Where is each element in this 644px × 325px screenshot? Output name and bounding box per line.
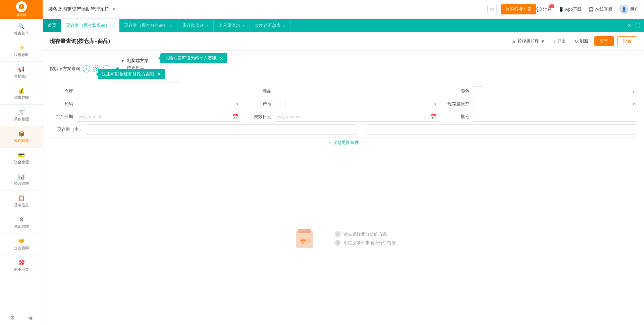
industry-button[interactable]: 体验行业方案 (501, 4, 536, 14)
page-header: 现存量查询(按仓库+商品) 🖨 按模板打印 ▼ ↑ 导出 ↻ 刷新 查询 设置 (43, 32, 644, 51)
popover-create-scheme: 这里可以创建和修改方案哦 ✕ (98, 69, 165, 79)
tab-label: 首页 (48, 22, 56, 29)
popover-text: 电脑方案可设为移动方案哦 (164, 55, 217, 61)
gear-button[interactable]: ⚙ (487, 5, 497, 14)
tab-summary[interactable]: 收发存汇总表 ✕ (250, 19, 290, 32)
warehouse-dots[interactable]: ··· (76, 89, 241, 94)
stock-status-label: 现存量状态 (446, 101, 469, 107)
empty-step-2-label: 用过滤条件来缩小分析范围 (343, 240, 396, 246)
warehouse-label: 仓库 (50, 88, 73, 94)
color-select[interactable] (472, 86, 483, 96)
user-label: 用户 (630, 6, 639, 12)
stock-range: — (86, 124, 637, 134)
stock-range-max[interactable] (367, 124, 638, 134)
sidebar-item-enterprise[interactable]: 🤝 企业协同 (0, 233, 43, 255)
stock-status-field: 现存量状态 ▼ (446, 99, 637, 109)
refresh-button[interactable]: ↻ 刷新 (572, 37, 591, 46)
sidebar-item-guide[interactable]: 🎯 新手引导 (0, 255, 43, 276)
prod-date-input[interactable]: yyyy-mm-dd 📅 (76, 112, 241, 122)
svg-rect-5 (298, 229, 311, 233)
tab-close-icon[interactable]: ✕ (242, 24, 245, 28)
sidebar-item-operations[interactable]: 📊 经营管理 (0, 169, 43, 191)
tab-home[interactable]: 首页 (43, 19, 61, 32)
collapse-icon[interactable]: ◀ (26, 314, 34, 322)
batch-field: 批号 (446, 112, 637, 122)
popover-arrow-2 (96, 72, 98, 76)
tab-close-icon[interactable]: ✕ (206, 24, 209, 28)
search-icon: 🔍 (18, 23, 25, 30)
sidebar-item-inventory[interactable]: 📦 库存核算 (0, 126, 43, 148)
sidebar-item-purchase[interactable]: 🛒 采购管理 (0, 105, 43, 126)
size-select[interactable] (76, 99, 87, 109)
chart-icon: 📊 (18, 173, 25, 180)
empty-text-area: 1 请先选择要分析的方案 2 用过滤条件来缩小分析范围 (335, 231, 396, 246)
origin-label: 产地 (248, 101, 271, 107)
sidebar-item-nav[interactable]: ⚡ 快捷导航 (0, 40, 43, 62)
calendar-icon-expire: 📅 (430, 114, 436, 119)
tab-inventory-status[interactable]: 现存量（库存状况表） ✕ (61, 19, 119, 32)
stock-status-select-wrapper: ▼ (472, 99, 637, 109)
message-item[interactable]: 💬 消息 6 (536, 6, 552, 12)
sidebar-logo: 6 标准版 (0, 0, 43, 19)
tab-label: 收发存汇总表 (255, 22, 281, 29)
tab-right-buttons: ✕ ⛶ (626, 21, 644, 30)
sidebar-item-marketing[interactable]: 📢 营销推广 (0, 62, 43, 83)
close-all-tabs-icon[interactable]: ✕ (626, 21, 633, 30)
online-service-item[interactable]: 🎧 在线客服 (588, 6, 612, 12)
range-sep: — (358, 127, 365, 132)
popover-close-1[interactable]: ✕ (219, 56, 223, 61)
popover-close-2[interactable]: ✕ (157, 71, 161, 77)
size-select-wrapper: ▼ (76, 99, 241, 109)
handshake-icon: 🤝 (18, 237, 25, 244)
sidebar-item-system[interactable]: ⚙ 系统管理 (0, 212, 43, 233)
size-field: 尺码 ▼ (50, 99, 241, 109)
tab-in-out-flow[interactable]: 出入库流水 ✕ (214, 19, 250, 32)
tab-close-icon[interactable]: ✕ (283, 24, 285, 28)
print-button[interactable]: 🖨 按模板打印 ▼ (509, 37, 548, 46)
sidebar-item-finance[interactable]: 💳 资金管理 (0, 148, 43, 169)
app-download-item[interactable]: 📱 App下载 (558, 6, 582, 12)
add-scheme-button[interactable]: + (83, 65, 90, 72)
stock-range-min[interactable] (86, 124, 357, 134)
set-button[interactable]: 设置 (617, 36, 637, 46)
tab-close-icon[interactable]: ✕ (112, 24, 114, 28)
product-field: 商品 ··· (248, 86, 439, 96)
color-dropdown-arrow: ▼ (632, 90, 635, 93)
pc-section-label: 电脑端方案 (127, 58, 149, 64)
user-item[interactable]: 👤 用户 (619, 5, 639, 14)
sidebar-item-basic[interactable]: 📋 基础信息 (0, 191, 43, 212)
stock-status-select[interactable] (472, 99, 483, 109)
origin-field: 产地 ▼ (248, 99, 439, 109)
settings-bottom-icon[interactable]: ⚙ (8, 314, 16, 322)
export-label: 导出 (557, 38, 566, 44)
product-dots[interactable]: ··· (274, 89, 439, 94)
expire-date-input[interactable]: yyyy-mm-dd 📅 (274, 112, 439, 122)
tab-inventory-distribution[interactable]: 现存量（库存分布表） ✕ (119, 19, 177, 32)
tab-close-icon[interactable]: ✕ (170, 24, 172, 28)
origin-select[interactable] (274, 99, 285, 109)
origin-select-wrapper: ▼ (274, 99, 439, 109)
empty-state-content: 1 请先选择要分析的方案 2 用过滤条件来缩小分析范围 (291, 223, 396, 254)
tab-bar: 首页 现存量（库存状况表） ✕ 现存量（库存分布表） ✕ 库存批次账 ✕ 出入库… (43, 19, 644, 32)
origin-dropdown-arrow: ▼ (434, 102, 437, 106)
svg-point-8 (305, 239, 306, 241)
empty-step-1: 1 请先选择要分析的方案 (335, 231, 387, 237)
calendar-icon-prod: 📅 (232, 114, 238, 119)
batch-input[interactable] (472, 112, 637, 122)
filter-area: 按以下方案查询 + ← (43, 51, 644, 152)
fullscreen-icon[interactable]: ⛶ (634, 21, 641, 30)
sidebar-item-sales[interactable]: 💰 销售管理 (0, 83, 43, 105)
popover-arrow (158, 57, 160, 60)
svg-point-3 (96, 68, 97, 69)
search-button[interactable]: 查询 (594, 36, 614, 46)
export-button[interactable]: ↑ 导出 (551, 37, 569, 46)
logo-icon: 6 (16, 1, 27, 12)
filter-row-4: 现存量（主） — (50, 124, 637, 134)
export-icon: ↑ (554, 39, 556, 44)
sidebar-item-label: 系统管理 (14, 224, 29, 229)
tab-batch-account[interactable]: 库存批次账 ✕ (177, 19, 214, 32)
collapse-more-conditions[interactable]: ∧ 收起更多条件 (50, 137, 637, 148)
header-right: 💬 消息 6 📱 App下载 🎧 在线客服 👤 用户 (536, 5, 639, 14)
tab-label: 出入库流水 (218, 22, 240, 29)
sidebar-item-search[interactable]: 🔍 搜索菜单 (0, 19, 43, 40)
